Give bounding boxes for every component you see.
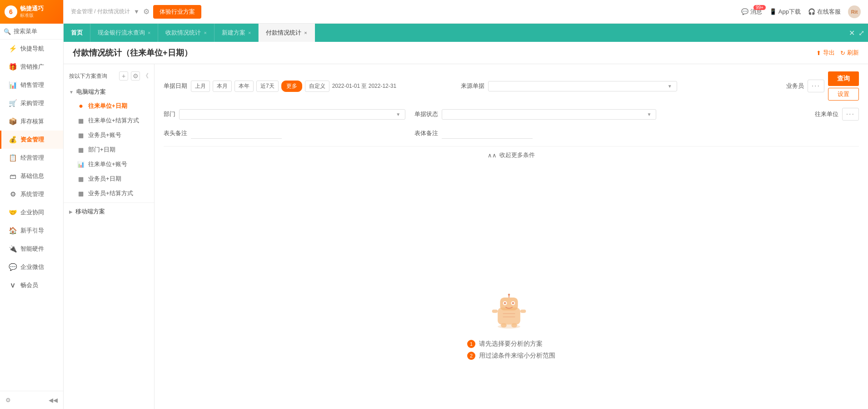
sidebar-item-quick-nav[interactable]: ⚡ 快捷导航 bbox=[0, 40, 63, 58]
date-btn-this-year[interactable]: 本年 bbox=[234, 81, 254, 92]
scheme-panel-actions: + ⚙ 《 bbox=[119, 71, 149, 81]
sidebar-item-purchase[interactable]: 🛒 采购管理 bbox=[0, 94, 63, 112]
scheme-settings-btn[interactable]: ⚙ bbox=[131, 71, 140, 81]
guide-icon: 🏠 bbox=[9, 227, 17, 235]
filter-item-partner: 往来单位 ··· bbox=[665, 108, 859, 121]
scheme-item-dept-date[interactable]: ▦ 部门+日期 bbox=[64, 142, 154, 157]
scheme-collapse-btn[interactable]: 《 bbox=[143, 72, 149, 80]
sidebar-item-sales[interactable]: 📊 销售管理 bbox=[0, 76, 63, 94]
filter-item-staff: 业务员 ··· 查询 设置 bbox=[686, 71, 859, 101]
sidebar-item-label: 系统管理 bbox=[20, 190, 44, 198]
scheme-section-desktop: ▼ 电脑端方案 ● 往来单位+日期 ▦ 往来单位+结算方式 ▦ bbox=[64, 85, 154, 201]
doc-status-label: 单据状态 bbox=[414, 110, 438, 118]
scheme-section-mobile-header[interactable]: ▶ 移动端方案 bbox=[64, 205, 154, 218]
sidebar-settings-btn[interactable]: ⚙ bbox=[4, 395, 13, 405]
scheme-item-unit-date[interactable]: ● 往来单位+日期 bbox=[64, 99, 154, 113]
breadcrumb: 资金管理 / 付款情况统计 bbox=[71, 8, 130, 15]
sidebar-nav: ⚡ 快捷导航 🎁 营销推广 📊 销售管理 🛒 采购管理 📦 库存核算 💰 bbox=[0, 40, 63, 391]
tabbar: 首页 现金银行流水查询 × 收款情况统计 × 新建方案 × 付款情况统计 × ✕… bbox=[64, 24, 868, 42]
doc-status-select[interactable]: ▼ bbox=[442, 109, 656, 120]
trial-btn[interactable]: 体验行业方案 bbox=[153, 5, 201, 19]
date-range-text: 2022-01-01 至 2022-12-31 bbox=[332, 82, 396, 90]
sidebar-item-member[interactable]: V 畅会员 bbox=[0, 276, 63, 294]
logo-sub: 标准版 bbox=[20, 12, 44, 19]
scheme-section-mobile: ▶ 移动端方案 bbox=[64, 205, 154, 218]
date-btn-last-month[interactable]: 上月 bbox=[191, 81, 210, 92]
table-body-note-input[interactable] bbox=[442, 128, 533, 139]
sidebar-item-wechat[interactable]: 💬 企业微信 bbox=[0, 258, 63, 276]
tab-receipt-stats-label: 收款情况统计 bbox=[165, 29, 201, 37]
sidebar-collapse-btn[interactable]: ◀◀ bbox=[47, 395, 60, 405]
tab-cash-flow[interactable]: 现金银行流水查询 × bbox=[90, 24, 158, 42]
sidebar-item-guide[interactable]: 🏠 新手引导 bbox=[0, 222, 63, 240]
tab-new-scheme[interactable]: 新建方案 × bbox=[215, 24, 259, 42]
partner-label: 往来单位 bbox=[815, 110, 838, 118]
partner-select[interactable]: ··· bbox=[842, 108, 859, 121]
scheme-item-staff-settle[interactable]: ▦ 业务员+结算方式 bbox=[64, 186, 154, 201]
tab-close-all-btn[interactable]: ✕ bbox=[849, 29, 855, 37]
scheme-item-staff-account[interactable]: ▦ 业务员+账号 bbox=[64, 128, 154, 142]
tab-payment-stats-close[interactable]: × bbox=[304, 30, 307, 35]
scheme-item-label-unit-date: 往来单位+日期 bbox=[88, 102, 127, 110]
online-service-btn[interactable]: 🎧 在线客服 bbox=[808, 8, 841, 16]
tab-receipt-stats[interactable]: 收款情况统计 × bbox=[158, 24, 214, 42]
sidebar-item-cooperation[interactable]: 🤝 企业协同 bbox=[0, 203, 63, 222]
table-header-note-input[interactable] bbox=[191, 128, 282, 139]
sidebar-item-operation[interactable]: 📋 经营管理 bbox=[0, 149, 63, 167]
staff-label: 业务员 bbox=[786, 82, 804, 90]
scheme-item-label-staff-date: 业务员+日期 bbox=[88, 175, 121, 183]
sidebar-item-label: 快捷导航 bbox=[20, 45, 44, 53]
tab-fullscreen-btn[interactable]: ⤢ bbox=[858, 29, 864, 37]
breadcrumb-dropdown-icon[interactable]: ▼ bbox=[134, 8, 140, 15]
sidebar-item-basic-info[interactable]: 🗃 基础信息 bbox=[0, 167, 63, 185]
filter-area: 单据日期 上月 本月 本年 近7天 更多 自定义 2022-01-01 至 20… bbox=[155, 64, 868, 244]
sidebar-item-label: 采购管理 bbox=[20, 99, 44, 107]
sidebar-item-label: 销售管理 bbox=[20, 81, 44, 89]
staff-select[interactable]: ··· bbox=[808, 80, 824, 92]
logo-text-group: 畅捷通巧 标准版 bbox=[20, 5, 44, 19]
scheme-item-unit-account[interactable]: 📊 往来单位+账号 bbox=[64, 157, 154, 172]
scheme-add-btn[interactable]: + bbox=[119, 71, 128, 81]
app-download-btn[interactable]: 📱 App下载 bbox=[769, 8, 801, 16]
marketing-icon: 🎁 bbox=[9, 63, 17, 71]
dept-label: 部门 bbox=[164, 110, 175, 118]
sidebar-item-inventory[interactable]: 📦 库存核算 bbox=[0, 112, 63, 131]
messages-btn[interactable]: 💬 消息 99+ bbox=[741, 8, 762, 16]
robot-svg bbox=[489, 293, 529, 330]
date-btn-last-7days[interactable]: 近7天 bbox=[256, 81, 279, 92]
sidebar-search[interactable]: 🔍 搜索菜单 bbox=[0, 24, 63, 40]
sidebar: 6 畅捷通巧 标准版 🔍 搜索菜单 ⚡ 快捷导航 🎁 营销推广 📊 bbox=[0, 0, 64, 409]
empty-tip-2: 2 用过滤条件来缩小分析范围 bbox=[467, 352, 555, 360]
table-header-note-label: 表头备注 bbox=[164, 129, 187, 137]
date-btn-more[interactable]: 更多 bbox=[281, 81, 302, 92]
tab-home[interactable]: 首页 bbox=[64, 24, 90, 42]
scheme-item-unit-settle[interactable]: ▦ 往来单位+结算方式 bbox=[64, 113, 154, 128]
export-btn[interactable]: ⬆ 导出 bbox=[816, 49, 835, 57]
sidebar-item-label: 营销推广 bbox=[20, 63, 44, 71]
settings-btn[interactable]: 设置 bbox=[828, 88, 859, 101]
date-btn-this-month[interactable]: 本月 bbox=[213, 81, 232, 92]
tab-payment-stats[interactable]: 付款情况统计 × bbox=[259, 24, 314, 42]
tab-cash-flow-close[interactable]: × bbox=[148, 30, 150, 35]
dept-select[interactable]: ▼ bbox=[179, 109, 405, 120]
refresh-btn[interactable]: ↻ 刷新 bbox=[840, 49, 859, 57]
query-btn[interactable]: 查询 bbox=[828, 71, 859, 86]
source-doc-select[interactable]: ▼ bbox=[488, 81, 677, 91]
sidebar-item-funds[interactable]: 💰 资金管理 bbox=[0, 131, 63, 149]
scheme-section-desktop-header[interactable]: ▼ 电脑端方案 bbox=[64, 85, 154, 99]
scheme-item-staff-date[interactable]: ▦ 业务员+日期 bbox=[64, 172, 154, 186]
sidebar-item-hardware[interactable]: 🔌 智能硬件 bbox=[0, 240, 63, 258]
tab-new-scheme-close[interactable]: × bbox=[248, 30, 251, 35]
service-icon: 🎧 bbox=[808, 8, 815, 15]
avatar[interactable]: Rit bbox=[848, 5, 861, 18]
date-btn-custom[interactable]: 自定义 bbox=[305, 81, 329, 92]
funds-icon: 💰 bbox=[9, 136, 17, 144]
sidebar-item-system[interactable]: ⚙ 系统管理 bbox=[0, 185, 63, 203]
sidebar-footer: ⚙ ◀◀ bbox=[0, 391, 63, 409]
tab-receipt-stats-close[interactable]: × bbox=[204, 30, 206, 35]
topbar-settings-icon[interactable]: ⚙ bbox=[143, 7, 150, 16]
source-doc-arrow-icon: ▼ bbox=[668, 84, 672, 89]
sidebar-item-marketing[interactable]: 🎁 营销推广 bbox=[0, 58, 63, 76]
scheme-section-mobile-label: 移动端方案 bbox=[75, 207, 105, 216]
collapse-more-btn[interactable]: ∧∧ 收起更多条件 bbox=[164, 146, 859, 164]
